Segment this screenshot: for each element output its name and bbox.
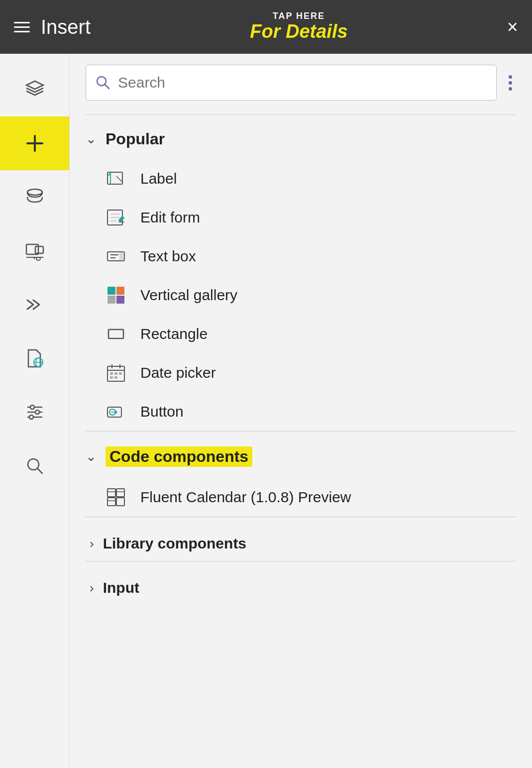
fluent-calendar-icon [106,487,126,508]
svg-rect-38 [116,296,124,304]
library-components-chevron-icon[interactable]: › [90,536,94,551]
main-container: ⌄ Popular Label [0,54,532,768]
svg-point-15 [30,405,34,409]
svg-rect-48 [114,376,117,379]
svg-rect-36 [116,287,124,295]
vertical-gallery-item-text: Vertical gallery [140,287,237,304]
sidebar-item-file-global[interactable] [0,331,69,385]
text-box-item-text: Text box [140,248,196,265]
file-global-icon [23,347,46,370]
code-components-section-header[interactable]: ⌄ Code components [86,440,516,473]
component-item-button[interactable]: Button [86,392,516,431]
sidebar-item-layers[interactable] [0,63,69,116]
tap-here-label: TAP HERE [273,11,325,21]
popular-section-title: Popular [106,130,165,148]
sidebar [0,54,70,768]
library-components-header[interactable]: › Library components [86,526,516,561]
svg-point-17 [29,415,33,419]
rectangle-item-text: Rectangle [140,326,208,342]
svg-rect-44 [110,372,113,375]
add-icon [23,132,46,155]
search-input-wrapper[interactable] [86,65,497,101]
popular-section-header[interactable]: ⌄ Popular [86,124,516,154]
settings-icon [23,401,46,424]
for-details-label: For Details [250,21,347,42]
svg-point-16 [35,410,39,414]
edit-form-item-text: Edit form [140,209,200,226]
search-icon [95,75,111,91]
component-item-vertical-gallery[interactable]: Vertical gallery [86,276,516,315]
more-options-button[interactable] [505,70,516,96]
svg-line-19 [37,468,42,473]
svg-rect-45 [114,372,117,375]
search-sidebar-icon [23,454,46,477]
sidebar-item-media[interactable] [0,224,69,278]
text-box-icon [106,246,126,267]
header-left: Insert [14,16,91,38]
code-components-chevron-icon[interactable]: ⌄ [86,449,97,464]
content-panel: ⌄ Popular Label [70,54,532,768]
date-picker-icon [106,362,126,383]
svg-rect-46 [119,372,122,375]
popular-chevron-icon[interactable]: ⌄ [86,131,97,147]
svg-marker-0 [26,81,43,89]
component-item-rectangle[interactable]: Rectangle [86,315,516,353]
app-header: Insert TAP HERE For Details × [0,0,532,54]
sidebar-item-settings[interactable] [0,385,69,439]
date-picker-item-text: Date picker [140,364,216,381]
code-components-section-title: Code components [106,446,252,467]
svg-rect-37 [107,296,115,304]
rectangle-icon [106,324,126,344]
sidebar-item-add[interactable] [0,116,69,170]
section-divider [86,114,516,115]
component-item-edit-form[interactable]: Edit form [86,198,516,237]
fluent-calendar-item-text: Fluent Calendar (1.0.8) Preview [140,489,351,506]
sidebar-item-data[interactable] [0,170,69,224]
input-divider [86,561,516,561]
svg-point-8 [36,257,40,260]
button-item-text: Button [140,403,184,420]
edit-form-icon [106,207,126,228]
input-chevron-icon[interactable]: › [90,580,94,596]
svg-rect-35 [107,287,115,295]
component-item-fluent-calendar[interactable]: Fluent Calendar (1.0.8) Preview [86,478,516,517]
sidebar-item-search[interactable] [0,439,69,493]
media-icon [23,239,46,262]
library-components-title: Library components [103,535,246,552]
layers-icon [23,78,46,101]
svg-rect-51 [107,489,115,497]
component-item-text-box[interactable]: Text box [86,237,516,276]
data-icon [23,186,46,209]
search-bar-row [86,65,516,101]
svg-rect-47 [110,376,113,379]
svg-rect-54 [116,498,124,506]
header-highlight-banner[interactable]: TAP HERE For Details [250,11,347,42]
component-item-label[interactable]: Label [86,159,516,198]
svg-rect-39 [108,329,123,338]
label-item-text: Label [140,170,177,187]
close-button[interactable]: × [507,17,518,36]
next-icon [23,293,46,316]
svg-rect-53 [107,498,115,506]
svg-rect-34 [119,252,124,261]
input-section-title: Input [103,579,139,596]
label-icon [106,168,126,189]
search-input[interactable] [118,74,487,91]
input-section-header[interactable]: › Input [86,570,516,605]
sidebar-item-next[interactable] [0,278,69,331]
svg-point-3 [27,189,42,195]
svg-line-21 [105,84,109,89]
panel-title: Insert [41,16,91,38]
vertical-gallery-icon [106,285,126,306]
code-components-divider [86,431,516,432]
hamburger-menu-button[interactable] [14,22,30,32]
svg-rect-52 [116,489,124,497]
svg-rect-5 [35,246,43,253]
button-icon [106,401,126,422]
component-item-date-picker[interactable]: Date picker [86,353,516,392]
library-divider [86,517,516,517]
svg-line-25 [116,176,122,182]
